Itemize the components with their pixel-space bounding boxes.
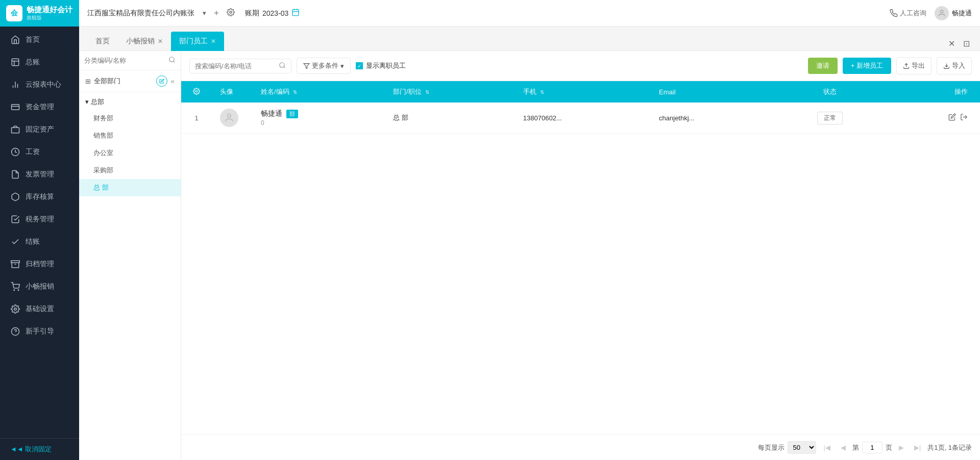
employee-dept: 总 部 (393, 114, 408, 121)
prev-page-button[interactable]: ◀ (837, 442, 849, 453)
sidebar-item-home[interactable]: 首页 (0, 29, 79, 51)
dept-root-group[interactable]: ▾ 总部 (79, 94, 181, 110)
right-panel: 更多条件 ▾ ✓ 显示离职员工 邀请 + 新增员工 (181, 51, 980, 460)
sidebar-item-xiaochang[interactable]: 小畅报销 (0, 275, 79, 298)
dept-item-general[interactable]: 总 部 (79, 179, 181, 196)
export-button[interactable]: 导出 (896, 57, 932, 74)
col-dept[interactable]: 部门/职位 ⇅ (385, 81, 515, 103)
tab-xiaochang-close[interactable]: ✕ (158, 38, 163, 45)
dept-all-label[interactable]: 全部部门 (94, 76, 153, 86)
dept-item-office[interactable]: 办公室 (79, 144, 181, 162)
period-area: 账期 2023-03 (245, 8, 300, 18)
sidebar-item-label: 小畅报销 (26, 282, 54, 291)
svg-point-13 (18, 290, 19, 291)
sidebar-item-assets[interactable]: 固定资产 (0, 118, 79, 141)
main-area: 江西服宝精品有限责任公司内账张 ▾ ＋ 账期 2023-03 人工咨询 畅捷通 (79, 0, 980, 460)
sort-phone-icon: ⇅ (540, 89, 544, 95)
svg-point-23 (169, 57, 174, 62)
dept-header: ⊞ 全部部门 « (79, 70, 181, 92)
sort-name-icon: ⇅ (293, 89, 297, 95)
unpin-button[interactable]: ◄◄ 取消固定 (0, 438, 79, 460)
svg-point-14 (14, 308, 17, 311)
sidebar-item-guide[interactable]: 新手引导 (0, 320, 79, 343)
tab-dept-employee[interactable]: 部门员工 ✕ (171, 32, 224, 51)
invite-button[interactable]: 邀请 (808, 58, 838, 74)
inventory-icon (10, 192, 20, 202)
import-button[interactable]: 导入 (937, 57, 972, 74)
add-employee-label: + 新增员工 (851, 61, 883, 70)
sidebar-item-reports[interactable]: 云报表中心 (0, 73, 79, 96)
reports-icon (10, 80, 20, 90)
edit-employee-icon[interactable] (948, 113, 956, 122)
sidebar-item-label: 总账 (26, 58, 40, 67)
first-page-button[interactable]: |◀ (820, 442, 834, 453)
topbar: 江西服宝精品有限责任公司内账张 ▾ ＋ 账期 2023-03 人工咨询 畅捷通 (79, 0, 980, 27)
calendar-icon[interactable] (291, 8, 300, 18)
sidebar-item-archive[interactable]: 归档管理 (0, 253, 79, 275)
unpin-label: ◄◄ 取消固定 (10, 445, 52, 454)
dept-purchase-label: 采购部 (93, 166, 113, 174)
col-gear[interactable] (181, 81, 212, 103)
table-header-row: 头像 姓名/编码 ⇅ 部门/职位 ⇅ 手机 (181, 81, 980, 103)
invite-label: 邀请 (816, 62, 829, 69)
company-dropdown-button[interactable]: ▾ (203, 9, 206, 17)
last-page-button[interactable]: ▶| (911, 442, 924, 453)
sidebar-item-funds[interactable]: 资金管理 (0, 96, 79, 118)
tab-home[interactable]: 首页 (87, 32, 118, 51)
dept-collapse-button[interactable]: « (170, 77, 175, 85)
dept-item-finance[interactable]: 财务部 (79, 110, 181, 127)
svg-rect-8 (12, 127, 19, 133)
next-page-button[interactable]: ▶ (895, 442, 908, 453)
action-icons (890, 113, 968, 122)
table-body: 1 畅捷通 部 (181, 103, 980, 134)
dept-search-icon[interactable] (168, 56, 176, 65)
dept-search-input[interactable] (84, 57, 166, 64)
logout-employee-icon[interactable] (960, 113, 968, 122)
cell-actions (881, 103, 980, 134)
col-phone[interactable]: 手机 ⇅ (515, 81, 651, 103)
period-label: 账期 (245, 9, 259, 18)
tab-dept-close[interactable]: ✕ (211, 38, 216, 45)
close-tab-button[interactable]: ✕ (946, 37, 957, 50)
sidebar-item-label: 归档管理 (26, 260, 54, 269)
add-employee-button[interactable]: + 新增员工 (843, 58, 891, 74)
sidebar-item-settlement[interactable]: 结账 (0, 231, 79, 253)
page-number-input[interactable] (862, 442, 883, 453)
sidebar-item-salary[interactable]: 工资 (0, 141, 79, 163)
settings-gear-icon[interactable] (227, 8, 235, 18)
tax-icon (10, 214, 20, 224)
add-company-button[interactable]: ＋ (212, 8, 220, 18)
show-resigned-checkbox[interactable]: ✓ (356, 62, 363, 69)
home-icon (10, 35, 20, 45)
sidebar-item-label: 税务管理 (26, 215, 54, 224)
user-menu[interactable]: 畅捷通 (935, 6, 972, 20)
service-button[interactable]: 人工咨询 (890, 9, 926, 18)
sidebar-item-invoice[interactable]: 发票管理 (0, 163, 79, 186)
tab-xiaochang[interactable]: 小畅报销 ✕ (118, 32, 171, 51)
sidebar-item-tax[interactable]: 税务管理 (0, 208, 79, 231)
tab-dept-label: 部门员工 (179, 37, 208, 46)
period-value: 2023-03 (262, 9, 288, 17)
page-nav: |◀ ◀ 第 页 ▶ ▶| 共1页, 1条记录 (820, 442, 972, 453)
logo-area: 会 畅捷通好会计 旗舰版 (0, 0, 79, 27)
employee-search-input[interactable] (195, 62, 279, 70)
sidebar-item-ledger[interactable]: 总账 (0, 51, 79, 73)
salary-icon (10, 147, 20, 157)
cell-num: 1 (181, 103, 212, 134)
dept-finance-label: 财务部 (93, 114, 113, 122)
svg-rect-18 (292, 10, 299, 16)
expand-tab-button[interactable]: ⊡ (961, 37, 972, 50)
dept-item-sales[interactable]: 销售部 (79, 127, 181, 144)
sidebar-item-label: 基础设置 (26, 304, 54, 314)
col-name[interactable]: 姓名/编码 ⇅ (253, 81, 385, 103)
cell-avatar (212, 103, 253, 134)
per-page-dropdown[interactable]: 20 50 100 (788, 441, 816, 454)
sidebar-item-label: 云报表中心 (26, 80, 61, 89)
cell-email: chanjethkj... (651, 103, 778, 134)
sidebar-item-inventory[interactable]: 库存核算 (0, 186, 79, 208)
dept-item-purchase[interactable]: 采购部 (79, 162, 181, 179)
sidebar-item-settings[interactable]: 基础设置 (0, 298, 79, 320)
filter-button[interactable]: 更多条件 ▾ (297, 58, 351, 74)
dept-edit-button[interactable] (156, 75, 167, 87)
employee-search-icon[interactable] (279, 62, 286, 70)
